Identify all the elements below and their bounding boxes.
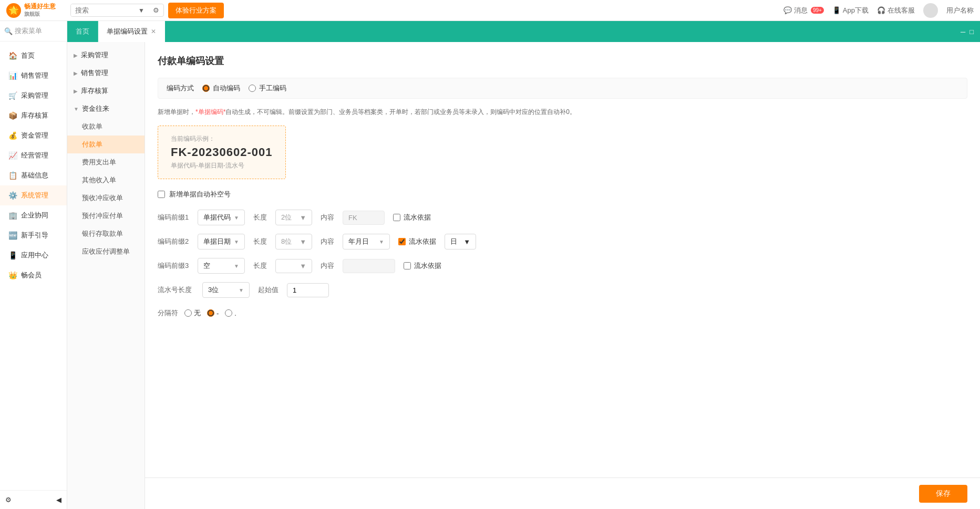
sub-item-advance-receipt[interactable]: 预收冲应收单 [67, 189, 145, 207]
sep-none-option[interactable]: 无 [184, 308, 201, 318]
sub-item-advance-payment[interactable]: 预付冲应付单 [67, 207, 145, 225]
auto-encoding-radio[interactable] [202, 85, 210, 92]
sub-item-ar-ap-adjust[interactable]: 应收应付调整单 [67, 243, 145, 261]
serial3-checkbox[interactable] [404, 262, 411, 269]
sidebar-item-appcenter[interactable]: 📱 应用中心 [0, 245, 67, 265]
sub-item-payment[interactable]: 付款单 [67, 136, 145, 153]
sub-group-purchase-title[interactable]: ▶ 采购管理 [67, 46, 145, 64]
tab-home[interactable]: 首页 [67, 21, 98, 42]
customer-service-item[interactable]: 🎧 在线客服 [877, 6, 915, 15]
auto-encoding-option[interactable]: 自动编码 [202, 84, 240, 93]
auto-fill-checkbox[interactable] [158, 191, 165, 198]
sub-group-sales-title[interactable]: ▶ 销售管理 [67, 64, 145, 82]
encoding-radio-group: 自动编码 手工编码 [202, 84, 286, 93]
serial3-group: 流水依据 [404, 261, 441, 271]
sub-item-bank-deposit[interactable]: 银行存取款单 [67, 225, 145, 243]
sidebar-nav: 🏠 首页 📊 销售管理 🛒 采购管理 📦 库存核算 💰 资金管理 📈 经 [0, 41, 67, 490]
sidebar-item-finance[interactable]: 💰 资金管理 [0, 126, 67, 146]
search-dropdown-icon[interactable]: ▼ [134, 5, 149, 16]
user-avatar[interactable] [923, 3, 938, 18]
length2-arrow-icon: ▼ [300, 238, 306, 246]
newguide-icon: 🆕 [8, 231, 17, 240]
sidebar-item-enterprise[interactable]: 🏢 企业协同 [0, 205, 67, 225]
system-icon: ⚙️ [8, 191, 17, 200]
content1-label: 内容 [321, 213, 334, 222]
basicinfo-icon: 📋 [8, 171, 17, 180]
serial1-checkbox[interactable] [393, 214, 400, 221]
manual-encoding-option[interactable]: 手工编码 [249, 84, 286, 93]
length2-select[interactable]: 8位 ▼ [275, 234, 312, 250]
serial-length-label: 流水号长度 [158, 285, 192, 295]
sidebar-item-label: 应用中心 [21, 251, 48, 260]
prefix3-select[interactable]: 空 ▼ [198, 258, 245, 274]
serial-length-select[interactable]: 3位 ▼ [202, 282, 250, 298]
settings-icon[interactable]: ⚙ [149, 4, 163, 16]
length1-label: 长度 [253, 213, 267, 222]
sidebar-item-newguide[interactable]: 🆕 新手引导 [0, 225, 67, 245]
auto-fill-label[interactable]: 新增单据自动补空号 [169, 190, 231, 199]
tab-close-icon[interactable]: ✕ [151, 28, 156, 35]
sidebar-item-purchase[interactable]: 🛒 采购管理 [0, 86, 67, 106]
sub-item-receipt[interactable]: 收款单 [67, 118, 145, 136]
headset-icon: 🎧 [877, 6, 885, 14]
sep-dash-option[interactable]: - [207, 309, 219, 317]
save-button[interactable]: 保存 [919, 485, 967, 503]
search-area[interactable]: ▼ ⚙ [70, 4, 164, 17]
sub-group-capital-title[interactable]: ▼ 资金往来 [67, 100, 145, 118]
serial2-label: 流水依据 [409, 237, 436, 246]
day-select[interactable]: 日 ▼ [445, 234, 476, 250]
sep-dash-radio[interactable] [207, 309, 214, 317]
trial-button[interactable]: 体验行业方案 [168, 3, 224, 18]
chevron-right-icon: ▶ [74, 70, 78, 76]
messages-badge: 99+ [811, 7, 824, 14]
sidebar-bottom: ⚙ ◀ [0, 490, 67, 509]
sep-dot-label: . [234, 309, 236, 317]
sidebar-item-inventory[interactable]: 📦 库存核算 [0, 106, 67, 126]
tab-minimize-icon[interactable]: ─ [961, 28, 965, 36]
encoding-type-bar: 编码方式 自动编码 手工编码 [158, 78, 967, 99]
sidebar-item-sales[interactable]: 📊 销售管理 [0, 66, 67, 86]
preview-label: 当前编码示例： [171, 134, 273, 143]
messages-item[interactable]: 💬 消息 99+ [783, 6, 824, 15]
sales-icon: 📊 [8, 71, 17, 80]
search-input[interactable] [71, 4, 134, 16]
sub-group-inventory-title[interactable]: ▶ 库存核算 [67, 82, 145, 100]
preview-sub: 单据代码-单据日期-流水号 [171, 161, 273, 170]
sidebar-item-label: 畅会员 [21, 271, 42, 280]
tab-maximize-icon[interactable]: □ [969, 28, 974, 36]
prefix-row-2: 编码前缀2 单据日期 ▼ 长度 8位 ▼ 内容 年月日 [158, 234, 967, 250]
page-title: 付款单编码设置 [158, 55, 967, 67]
sidebar-item-operations[interactable]: 📈 经营管理 [0, 146, 67, 165]
sep-dot-option[interactable]: . [225, 309, 236, 317]
prefix2-select[interactable]: 单据日期 ▼ [198, 234, 245, 250]
prefix1-value: 单据代码 [203, 213, 231, 222]
sidebar-item-home[interactable]: 🏠 首页 [0, 46, 67, 66]
app-download-item[interactable]: 📱 App下载 [832, 6, 869, 15]
manual-encoding-radio[interactable] [249, 85, 256, 92]
sub-sidebar: ▶ 采购管理 ▶ 销售管理 ▶ 库存核算 [67, 42, 145, 509]
sidebar-search-area[interactable]: 🔍 搜索菜单 [0, 21, 67, 41]
prefix1-label: 编码前缀1 [158, 213, 189, 222]
sub-item-other-income[interactable]: 其他收入单 [67, 171, 145, 189]
start-value-input[interactable] [287, 283, 329, 297]
sidebar-search-inner[interactable]: 🔍 搜索菜单 [4, 26, 63, 36]
tab-encoding[interactable]: 单据编码设置 ✕ [98, 21, 165, 42]
appcenter-icon: 📱 [8, 251, 17, 259]
serial1-label: 流水依据 [404, 213, 431, 222]
sep-dot-radio[interactable] [225, 309, 232, 317]
sidebar-item-member[interactable]: 👑 畅会员 [0, 265, 67, 285]
sidebar-item-system[interactable]: ⚙️ 系统管理 [0, 185, 67, 205]
sidebar-item-label: 采购管理 [21, 91, 48, 100]
length3-select[interactable]: ▼ [275, 259, 312, 273]
content2-label: 内容 [321, 237, 334, 246]
sep-none-radio[interactable] [184, 309, 192, 317]
collapse-icon[interactable]: ◀ [56, 496, 61, 504]
sub-item-expense[interactable]: 费用支出单 [67, 153, 145, 171]
settings-bottom-icon[interactable]: ⚙ [5, 496, 12, 504]
prefix1-select[interactable]: 单据代码 ▼ [198, 210, 245, 225]
content2-select[interactable]: 年月日 ▼ [343, 234, 390, 250]
length1-select[interactable]: 2位 ▼ [275, 210, 312, 225]
serial2-checkbox[interactable] [398, 238, 406, 245]
sidebar-item-basicinfo[interactable]: 📋 基础信息 [0, 165, 67, 185]
content1-input [343, 211, 385, 225]
